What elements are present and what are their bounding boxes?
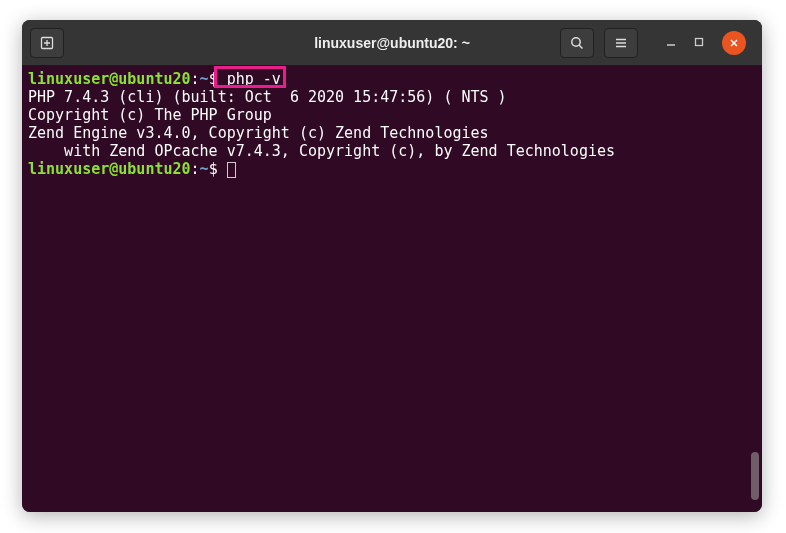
search-icon xyxy=(569,35,585,51)
titlebar: linuxuser@ubuntu20: ~ xyxy=(22,20,762,66)
prompt-path: ~ xyxy=(200,70,209,88)
prompt-colon: : xyxy=(191,160,200,178)
new-tab-icon xyxy=(39,35,55,51)
output-line-3: Zend Engine v3.4.0, Copyright (c) Zend T… xyxy=(28,124,756,142)
new-tab-button[interactable] xyxy=(30,28,64,58)
svg-rect-9 xyxy=(696,38,703,45)
prompt-path: ~ xyxy=(200,160,209,178)
scrollbar-thumb[interactable] xyxy=(751,452,759,500)
menu-button[interactable] xyxy=(604,28,638,58)
maximize-button[interactable] xyxy=(694,36,704,50)
minimize-button[interactable] xyxy=(666,36,676,50)
prompt-line-2: linuxuser@ubuntu20:~$ xyxy=(28,160,756,178)
prompt-line-1: linuxuser@ubuntu20:~$ php -v xyxy=(28,70,756,88)
output-line-1: PHP 7.4.3 (cli) (built: Oct 6 2020 15:47… xyxy=(28,88,756,106)
hamburger-icon xyxy=(613,35,629,51)
close-icon xyxy=(729,38,739,48)
output-line-2: Copyright (c) The PHP Group xyxy=(28,106,756,124)
svg-point-3 xyxy=(572,37,580,45)
maximize-icon xyxy=(694,37,704,47)
svg-line-4 xyxy=(579,45,582,48)
minimize-icon xyxy=(666,37,676,47)
terminal-window: linuxuser@ubuntu20: ~ linu xyxy=(22,20,762,512)
prompt-user: linuxuser@ubuntu20 xyxy=(28,160,191,178)
terminal-body[interactable]: linuxuser@ubuntu20:~$ php -v PHP 7.4.3 (… xyxy=(22,66,762,512)
output-line-4: with Zend OPcache v7.4.3, Copyright (c),… xyxy=(28,142,756,160)
window-title: linuxuser@ubuntu20: ~ xyxy=(314,35,470,51)
cursor xyxy=(227,162,236,178)
prompt-colon: : xyxy=(191,70,200,88)
prompt-symbol: $ xyxy=(209,70,218,88)
prompt-user: linuxuser@ubuntu20 xyxy=(28,70,191,88)
command-text: php -v xyxy=(218,70,281,88)
search-button[interactable] xyxy=(560,28,594,58)
prompt-symbol: $ xyxy=(209,160,218,178)
close-button[interactable] xyxy=(722,31,746,55)
